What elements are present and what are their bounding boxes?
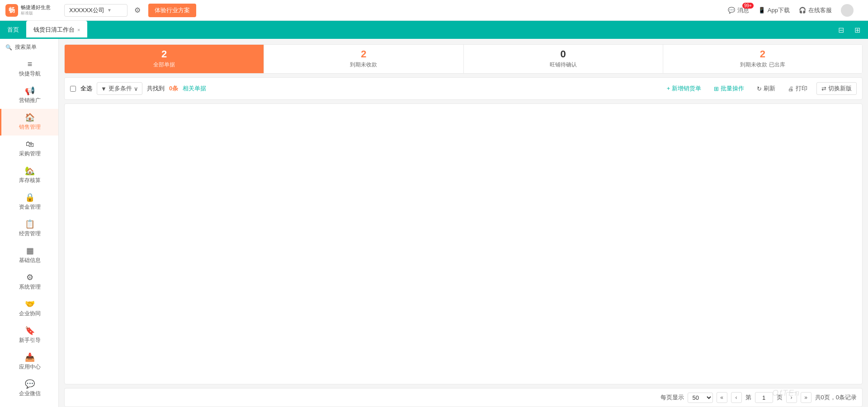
service-icon: 🎧 [799,7,806,14]
header-right: 💬 消息 99+ 📱 App下载 🎧 在线客服 [728,4,863,17]
tab-indicator [26,37,87,39]
logo-area: 畅 畅捷通好生意 标准版 [5,4,64,17]
filter-label: 更多条件 [108,84,132,93]
sidebar-item-guide[interactable]: 🔖 新手引导 [0,322,58,349]
stat-num-overdue: 2 [268,49,459,59]
nav-right-buttons: ⊟ ⊞ [835,23,868,36]
system-label: 系统管理 [19,283,41,291]
quick-nav-label: 快捷导航 [19,70,41,78]
refresh-icon: ↻ [757,85,762,92]
toolbar-right: + 新增销货单 ⊞ 批量操作 ↻ 刷新 🖨 打印 ⇄ 切换新版 [661,82,857,95]
stat-tab-all[interactable]: 2 全部单据 [65,45,264,73]
stat-num-shipped: 2 [667,49,859,59]
refresh-button[interactable]: ↻ 刷新 [753,83,779,94]
capital-label: 资金管理 [19,203,41,211]
batch-icon: ⊞ [714,85,719,92]
table-area [64,103,863,384]
main-layout: 🔍 搜索菜单 ≡ 快捷导航 📢 营销推广 🏠 销售管理 🛍 采购管理 🏡 库存核… [0,39,868,407]
nav-minimize-icon[interactable]: ⊟ [835,23,847,36]
content-area: 2 全部单据 2 到期未收款 0 旺铺待确认 2 到期未收款 已出库 全选 ▼ … [59,39,868,407]
stat-tab-overdue[interactable]: 2 到期未收款 [264,45,463,73]
print-button[interactable]: 🖨 打印 [784,83,811,94]
sidebar-item-marketing[interactable]: 📢 营销推广 [0,82,58,109]
stat-label-overdue: 到期未收款 [268,61,459,69]
company-selector[interactable]: XXXXXX公司 ▼ [64,4,127,17]
filter-button[interactable]: ▼ 更多条件 ∨ [97,82,142,95]
capital-icon: 🔒 [25,193,35,201]
select-all-checkbox[interactable] [70,86,76,92]
filter-icon: ▼ [101,85,107,92]
related-link[interactable]: 相关单据 [183,84,206,93]
add-sales-order-button[interactable]: + 新增销货单 [661,83,705,94]
logo-text-area: 畅捷通好生意 标准版 [21,4,51,16]
switch-version-button[interactable]: ⇄ 切换新版 [816,82,857,95]
search-label: 搜索菜单 [15,43,37,51]
message-action[interactable]: 💬 消息 99+ [728,6,749,14]
download-icon: 📱 [758,7,765,14]
sidebar-item-enterprise[interactable]: 🤝 企业协同 [0,295,58,322]
tab-active[interactable]: 钱货日清工作台 × [26,21,87,39]
tab-home[interactable]: 首页 [0,21,26,39]
weixin-label: 企业微信 [19,390,41,398]
last-page-button[interactable]: » [801,392,811,403]
stat-tab-wangpu[interactable]: 0 旺铺待确认 [464,45,663,73]
sidebar-item-system[interactable]: ⚙ 系统管理 [0,269,58,295]
sidebar-item-weixin[interactable]: 💬 企业微信 [0,375,58,402]
purchase-label: 采购管理 [19,150,41,158]
sidebar-item-inventory[interactable]: 🏡 库存核算 [0,162,58,189]
batch-operation-button[interactable]: ⊞ 批量操作 [710,83,748,94]
print-label: 打印 [796,84,807,93]
sidebar-item-quick-nav[interactable]: ≡ 快捷导航 [0,56,58,82]
sidebar-item-basic[interactable]: ▦ 基础信息 [0,242,58,269]
settings-button[interactable]: ⚙ [131,4,144,17]
pagination-bar: 每页显示 50 20 100 « ‹ 第 页 › » 共0页，0条记录 [64,388,863,407]
inventory-label: 库存核算 [19,177,41,184]
trial-button[interactable]: 体验行业方案 [148,4,196,17]
batch-label: 批量操作 [721,84,744,93]
sidebar-item-app-center[interactable]: 📥 应用中心 [0,349,58,375]
app-center-label: 应用中心 [19,363,41,371]
guide-icon: 🔖 [25,327,35,335]
online-service-label: 在线客服 [808,6,832,14]
page-suffix: 页 [777,393,783,402]
app-download-action[interactable]: 📱 App下载 [758,6,790,14]
add-label: + 新增销货单 [667,84,701,93]
top-header: 畅 畅捷通好生意 标准版 XXXXXX公司 ▼ ⚙ 体验行业方案 💬 消息 99… [0,0,868,21]
first-page-button[interactable]: « [717,392,727,403]
enterprise-label: 企业协同 [19,310,41,318]
home-tab-label: 首页 [7,26,19,34]
close-tab-icon[interactable]: × [77,27,80,33]
purchase-icon: 🛍 [26,140,34,148]
sidebar-item-sales[interactable]: 🏠 销售管理 [0,109,58,136]
sidebar-item-capital[interactable]: 🔒 资金管理 [0,189,58,215]
quick-nav-icon: ≡ [28,60,33,68]
nav-expand-icon[interactable]: ⊞ [851,23,863,36]
page-number-input[interactable] [755,392,773,403]
nav-tabs: 首页 钱货日清工作台 × ⊟ ⊞ [0,21,868,39]
sidebar-item-purchase[interactable]: 🛍 采购管理 [0,136,58,162]
chevron-icon: ∨ [134,85,138,92]
enterprise-icon: 🤝 [25,300,35,308]
found-count: 0条 [169,84,178,93]
prev-page-button[interactable]: ‹ [731,392,742,403]
sidebar-item-member[interactable]: ▽ 畅会员 [0,402,58,407]
total-records: 共0页，0条记录 [815,393,857,402]
print-icon: 🖨 [788,85,794,92]
sidebar-search[interactable]: 🔍 搜索菜单 [0,39,58,56]
switch-label: 切换新版 [828,84,852,93]
chevron-down-icon: ▼ [107,8,112,13]
refresh-label: 刷新 [764,84,775,93]
next-page-button[interactable]: › [786,392,797,403]
avatar[interactable] [841,4,854,17]
sidebar-item-operations[interactable]: 📋 经营管理 [0,215,58,242]
switch-icon: ⇄ [821,85,826,92]
page-label: 第 [745,393,751,402]
online-service-action[interactable]: 🎧 在线客服 [799,6,832,14]
per-page-select[interactable]: 50 20 100 [688,393,713,403]
stat-tab-shipped[interactable]: 2 到期未收款 已出库 [663,45,862,73]
marketing-label: 营销推广 [19,97,41,104]
basic-icon: ▦ [26,247,34,255]
operations-icon: 📋 [25,220,35,228]
marketing-icon: 📢 [25,87,35,95]
weixin-icon: 💬 [25,380,35,388]
